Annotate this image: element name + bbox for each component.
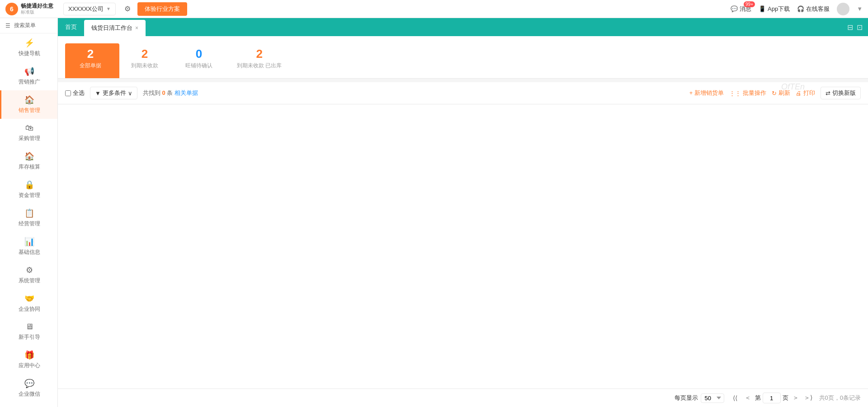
- tab-home[interactable]: 首页: [58, 18, 84, 36]
- add-order-label: + 新增销货单: [689, 89, 724, 97]
- print-label: 打印: [803, 89, 815, 97]
- sidebar-item-sales[interactable]: 🏠 销售管理: [0, 90, 57, 119]
- table-area: [58, 104, 868, 388]
- select-all-checkbox[interactable]: 全选: [65, 89, 85, 97]
- logo-text: 畅捷通好生意 标准版: [21, 3, 53, 14]
- online-service-button[interactable]: 🎧 在线客服: [797, 5, 830, 13]
- sidebar-item-quick-nav[interactable]: ⚡ 快捷导航: [0, 33, 57, 62]
- select-all-input[interactable]: [65, 90, 71, 96]
- stat-overdue-shipped[interactable]: 2 到期未收款 已出库: [228, 43, 294, 78]
- header-right: 💬 消息 99+ 📱 App下载 🎧 在线客服 ▼: [731, 3, 863, 15]
- user-name: ▼: [857, 5, 863, 12]
- message-badge: 99+: [744, 1, 755, 7]
- sidebar-label-inventory: 库存核算: [19, 163, 40, 171]
- sidebar-label-quick-nav: 快捷导航: [19, 50, 40, 57]
- all-orders-label: 全部单据: [74, 62, 107, 70]
- page-label: 第: [755, 394, 761, 402]
- user-avatar[interactable]: [837, 3, 849, 15]
- sidebar-label-wechat: 企业微信: [19, 390, 40, 398]
- related-link[interactable]: 相关单据: [175, 89, 198, 96]
- overdue-shipped-label: 到期未收款 已出库: [237, 62, 282, 70]
- sidebar-item-inventory[interactable]: 🏠 库存核算: [0, 147, 57, 175]
- sidebar-item-finance[interactable]: 🔒 资金管理: [0, 175, 57, 204]
- filter-icon: ▼: [95, 90, 101, 97]
- user-name-area[interactable]: ▼: [857, 5, 863, 12]
- page-content: 2 全部单据 2 到期未收款 0 旺铺待确认 2 到期未收款 已出库: [58, 36, 868, 407]
- stat-overdue-unpaid[interactable]: 2 到期未收款: [119, 43, 174, 78]
- tab-close-icon[interactable]: ×: [135, 25, 138, 31]
- first-page-button[interactable]: ⟨⟨: [730, 393, 741, 403]
- add-order-button[interactable]: + 新增销货单: [689, 89, 724, 97]
- filter-label: 更多条件: [103, 89, 126, 97]
- sidebar-item-wechat[interactable]: 💬 企业微信: [0, 374, 57, 402]
- overdue-shipped-num: 2: [237, 47, 282, 61]
- print-icon: 🖨: [796, 90, 802, 97]
- batch-icon: ⋮⋮: [729, 90, 741, 97]
- sidebar-item-operations[interactable]: 📋 经营管理: [0, 204, 57, 232]
- logo-icon: 6: [5, 3, 18, 15]
- all-orders-num: 2: [74, 47, 107, 61]
- stat-all-orders[interactable]: 2 全部单据: [65, 43, 119, 78]
- switch-icon: ⇄: [826, 90, 830, 97]
- search-menu-label: 搜索菜单: [14, 22, 36, 29]
- last-page-button[interactable]: ＞⟩: [803, 393, 814, 403]
- sidebar-item-member[interactable]: V 畅会员: [0, 402, 57, 407]
- settings-icon[interactable]: ⚙: [121, 3, 134, 15]
- system-icon: ⚙: [26, 265, 33, 275]
- sidebar-item-guide[interactable]: 🖥 新手引导: [0, 318, 57, 346]
- window-minimize-icon[interactable]: ⊟: [847, 23, 853, 32]
- toolbar: 全选 ▼ 更多条件 ∨ 共找到 0 条 相关单据 + 新增销货单: [58, 82, 868, 104]
- purchase-icon: 🛍: [25, 123, 33, 133]
- switch-version-button[interactable]: ⇄ 切换新版: [821, 87, 861, 99]
- prev-page-button[interactable]: ＜: [742, 393, 753, 403]
- switch-label: 切换新版: [832, 89, 856, 97]
- page-size-dropdown[interactable]: 10 20 50 100: [701, 393, 724, 403]
- result-prefix: 共找到: [143, 89, 160, 96]
- tab-active[interactable]: 钱货日清工作台 ×: [84, 20, 146, 36]
- select-all-label: 全选: [73, 89, 85, 97]
- result-count: 0: [162, 89, 165, 96]
- experience-button[interactable]: 体验行业方案: [137, 2, 187, 16]
- refresh-label: 刷新: [778, 89, 790, 97]
- print-button[interactable]: 🖨 打印: [796, 89, 815, 97]
- window-maximize-icon[interactable]: ⊡: [857, 23, 863, 32]
- main-layout: ☰ 搜索菜单 ⚡ 快捷导航 📢 营销推广 🏠 销售管理 🛍 采购管理 🏠 库存核…: [0, 18, 868, 407]
- company-selector[interactable]: XXXXXX公司 ▼: [63, 3, 116, 15]
- overdue-unpaid-num: 2: [128, 47, 161, 61]
- page-number-input[interactable]: [763, 393, 781, 403]
- batch-button[interactable]: ⋮⋮ 批量操作: [729, 89, 766, 97]
- online-service-label: 在线客服: [806, 5, 830, 13]
- page-size-label: 每页显示: [675, 394, 698, 402]
- wangpu-pending-num: 0: [183, 47, 215, 61]
- service-icon: 🎧: [797, 5, 804, 12]
- filter-button[interactable]: ▼ 更多条件 ∨: [90, 87, 137, 99]
- sidebar-item-cooperation[interactable]: 🤝 企业协同: [0, 289, 57, 318]
- wechat-icon: 💬: [24, 379, 34, 388]
- header-center: ⚙ 体验行业方案: [116, 2, 731, 16]
- app-download-button[interactable]: 📱 App下载: [759, 5, 790, 13]
- sidebar-label-guide: 新手引导: [19, 333, 40, 341]
- sidebar-label-sales: 销售管理: [19, 107, 40, 114]
- sidebar-item-marketing[interactable]: 📢 营销推广: [0, 62, 57, 90]
- result-suffix: 条: [167, 89, 173, 96]
- refresh-button[interactable]: ↻ 刷新: [772, 89, 790, 97]
- sidebar-label-finance: 资金管理: [19, 192, 40, 199]
- filter-arrow: ∨: [128, 90, 132, 97]
- sidebar-search[interactable]: ☰ 搜索菜单: [0, 18, 57, 33]
- active-tab-label: 钱货日清工作台: [91, 24, 132, 32]
- sidebar-item-system[interactable]: ⚙ 系统管理: [0, 261, 57, 289]
- finance-icon: 🔒: [24, 180, 34, 190]
- sidebar-item-purchase[interactable]: 🛍 采购管理: [0, 119, 57, 147]
- next-page-button[interactable]: ＞: [790, 393, 801, 403]
- logo-title: 畅捷通好生意: [21, 3, 53, 9]
- sidebar-label-basic-info: 基础信息: [19, 248, 40, 256]
- stat-wangpu-pending[interactable]: 0 旺铺待确认: [174, 43, 228, 78]
- sidebar-item-basic-info[interactable]: 📊 基础信息: [0, 232, 57, 261]
- wangpu-pending-label: 旺铺待确认: [183, 62, 215, 70]
- content-area: 首页 钱货日清工作台 × ⊟ ⊡ 2 全部单据 2 到期未收款: [58, 18, 868, 407]
- total-records: 共0页，0条记录: [819, 394, 861, 402]
- message-button[interactable]: 💬 消息 99+: [731, 5, 751, 13]
- sidebar-item-app-center[interactable]: 🎁 应用中心: [0, 346, 57, 374]
- batch-label: 批量操作: [743, 89, 766, 97]
- sidebar-label-app-center: 应用中心: [19, 362, 40, 370]
